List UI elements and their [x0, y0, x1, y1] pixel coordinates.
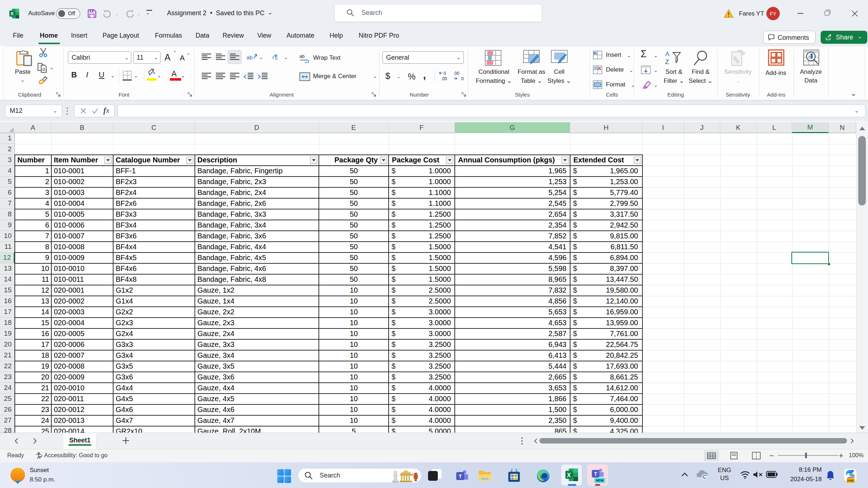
svg-text:PRE: PRE [847, 479, 854, 483]
svg-text:.00: .00 [453, 71, 459, 76]
svg-text:T: T [594, 471, 597, 477]
svg-text:X: X [10, 11, 14, 16]
svg-text:ab: ab [247, 54, 253, 60]
svg-text:ab: ab [299, 54, 304, 59]
svg-text:Z: Z [665, 59, 669, 65]
svg-text:0: 0 [444, 71, 446, 76]
svg-text:X: X [567, 472, 571, 478]
svg-text:.00: .00 [441, 76, 447, 81]
svg-text:T: T [458, 473, 462, 479]
svg-text:A: A [665, 51, 670, 58]
svg-text:0: 0 [461, 76, 464, 81]
